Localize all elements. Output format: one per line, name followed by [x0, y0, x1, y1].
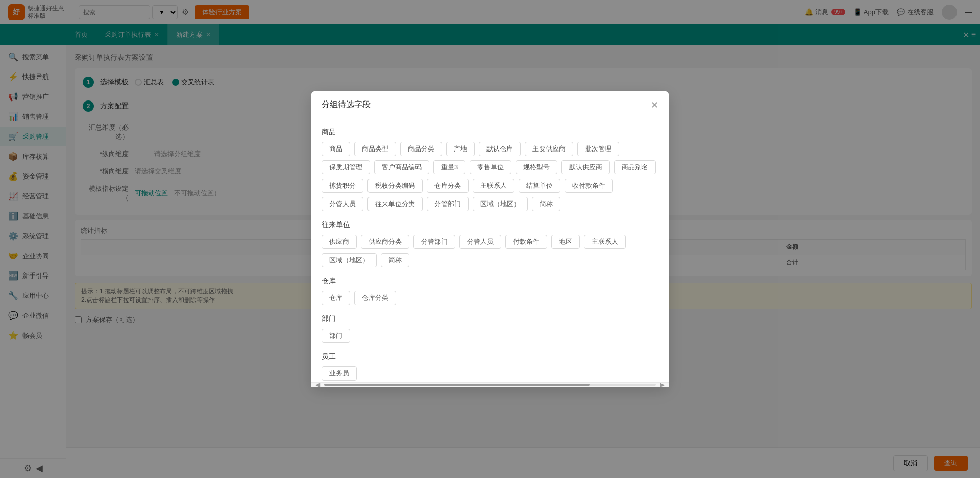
- modal: 分组待选字段 ✕ 商品商品商品类型商品分类产地默认仓库主要供应商批次管理保质期管…: [311, 91, 669, 387]
- field-tag-3-0[interactable]: 部门: [322, 329, 350, 343]
- field-tag-0-11[interactable]: 规格型号: [516, 160, 557, 174]
- modal-title: 分组待选字段: [322, 99, 371, 110]
- field-tag-0-22[interactable]: 分管部门: [427, 197, 469, 211]
- field-tag-1-3[interactable]: 分管人员: [459, 235, 501, 249]
- modal-section-title-3: 部门: [322, 314, 658, 323]
- field-tag-0-23[interactable]: 区域（地区）: [473, 197, 528, 211]
- field-tag-0-9[interactable]: 重量3: [433, 160, 465, 174]
- field-tag-4-0[interactable]: 业务员: [322, 366, 357, 381]
- field-tag-2-0[interactable]: 仓库: [322, 291, 350, 305]
- modal-section-title-1: 往来单位: [322, 220, 658, 230]
- field-tag-0-5[interactable]: 主要供应商: [525, 142, 573, 156]
- modal-section-3: 部门部门: [322, 314, 658, 343]
- field-tag-0-13[interactable]: 商品别名: [614, 160, 656, 174]
- modal-section-2: 仓库仓库仓库分类: [322, 276, 658, 305]
- modal-overlay: 分组待选字段 ✕ 商品商品商品类型商品分类产地默认仓库主要供应商批次管理保质期管…: [0, 0, 980, 478]
- modal-header: 分组待选字段 ✕: [311, 91, 669, 119]
- field-tag-0-19[interactable]: 收付款条件: [565, 179, 613, 193]
- modal-section-4: 员工业务员: [322, 352, 658, 381]
- field-tag-0-16[interactable]: 仓库分类: [427, 179, 469, 193]
- field-tag-0-14[interactable]: 拣货积分: [322, 179, 363, 193]
- modal-section-title-0: 商品: [322, 128, 658, 137]
- modal-section-1: 往来单位供应商供应商分类分管部门分管人员付款条件地区主联系人区域（地区）简称: [322, 220, 658, 267]
- field-tag-0-4[interactable]: 默认仓库: [479, 142, 521, 156]
- field-tag-0-1[interactable]: 商品类型: [354, 142, 396, 156]
- field-tag-1-8[interactable]: 简称: [381, 253, 409, 267]
- field-tag-0-17[interactable]: 主联系人: [473, 179, 514, 193]
- modal-section-title-2: 仓库: [322, 276, 658, 286]
- field-tag-1-1[interactable]: 供应商分类: [361, 235, 409, 249]
- field-tag-0-6[interactable]: 批次管理: [577, 142, 619, 156]
- field-tag-0-21[interactable]: 往来单位分类: [368, 197, 423, 211]
- field-tag-0-7[interactable]: 保质期管理: [322, 160, 370, 174]
- field-tag-1-6[interactable]: 主联系人: [584, 235, 626, 249]
- field-tag-1-2[interactable]: 分管部门: [413, 235, 455, 249]
- scroll-left-arrow[interactable]: ◀: [315, 381, 320, 388]
- field-tag-0-0[interactable]: 商品: [322, 142, 350, 156]
- field-tag-1-7[interactable]: 区域（地区）: [322, 253, 377, 267]
- field-grid-3: 部门: [322, 329, 658, 343]
- field-grid-4: 业务员: [322, 366, 658, 381]
- field-tag-0-15[interactable]: 税收分类编码: [368, 179, 423, 193]
- scroll-right-arrow[interactable]: ▶: [660, 381, 665, 388]
- modal-body: 商品商品商品类型商品分类产地默认仓库主要供应商批次管理保质期管理客户商品编码重量…: [311, 119, 669, 382]
- field-tag-0-12[interactable]: 默认供应商: [561, 160, 610, 174]
- field-tag-0-8[interactable]: 客户商品编码: [374, 160, 429, 174]
- field-tag-0-18[interactable]: 结算单位: [519, 179, 560, 193]
- field-grid-0: 商品商品类型商品分类产地默认仓库主要供应商批次管理保质期管理客户商品编码重量3零…: [322, 142, 658, 211]
- field-tag-1-0[interactable]: 供应商: [322, 235, 357, 249]
- field-tag-0-2[interactable]: 商品分类: [400, 142, 442, 156]
- field-grid-2: 仓库仓库分类: [322, 291, 658, 305]
- field-tag-0-20[interactable]: 分管人员: [322, 197, 363, 211]
- modal-section-title-4: 员工: [322, 352, 658, 361]
- field-tag-1-5[interactable]: 地区: [551, 235, 580, 249]
- field-tag-2-1[interactable]: 仓库分类: [354, 291, 396, 305]
- field-tag-0-24[interactable]: 简称: [532, 197, 560, 211]
- field-tag-0-10[interactable]: 零售单位: [470, 160, 511, 174]
- field-tag-0-3[interactable]: 产地: [446, 142, 475, 156]
- field-tag-1-4[interactable]: 付款条件: [505, 235, 547, 249]
- modal-scroll-footer: ◀ ▶: [311, 382, 669, 387]
- field-grid-1: 供应商供应商分类分管部门分管人员付款条件地区主联系人区域（地区）简称: [322, 235, 658, 267]
- modal-close-button[interactable]: ✕: [651, 99, 658, 111]
- modal-section-0: 商品商品商品类型商品分类产地默认仓库主要供应商批次管理保质期管理客户商品编码重量…: [322, 128, 658, 211]
